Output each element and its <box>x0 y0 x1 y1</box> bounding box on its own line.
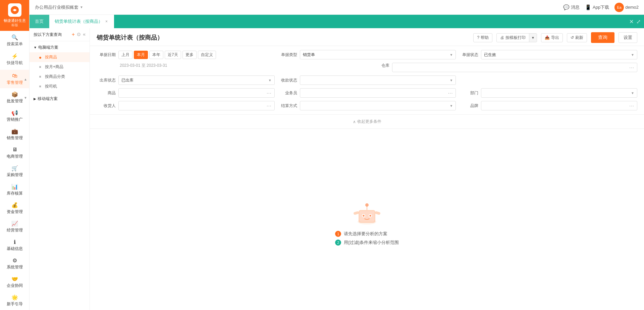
warehouse-select[interactable]: ··· <box>392 63 637 72</box>
doc-type-ctrl: 销货单 ▼ <box>300 50 456 59</box>
svg-point-10 <box>365 203 369 207</box>
sidebar-item-marketing[interactable]: 📢 营销推广 <box>0 107 29 125</box>
recipient-select[interactable]: ··· <box>118 101 275 110</box>
date-this-year[interactable]: 本年 <box>149 51 163 59</box>
export-button[interactable]: 📤 导出 <box>541 33 563 42</box>
help-button[interactable]: ? 帮助 <box>473 33 492 42</box>
salesperson-select[interactable]: ··· <box>300 88 456 98</box>
goods-select[interactable]: ··· <box>118 88 275 98</box>
date-more[interactable]: 更多 <box>182 51 197 59</box>
scheme-item-by-goods[interactable]: ● 按商品 <box>30 52 90 62</box>
filter-row-3: 商品 ··· 业务员 ··· <box>97 88 637 98</box>
department-ctrl: ▼ <box>481 88 637 98</box>
svg-point-7 <box>363 215 365 217</box>
date-this-month[interactable]: 本月 <box>134 51 148 59</box>
cashier-icon: ≡ <box>38 84 43 89</box>
print-arrow[interactable]: ▼ <box>529 34 537 42</box>
payment-method-select[interactable]: ▼ <box>300 101 456 110</box>
scheme-group-desktop-title[interactable]: ▼ 电脑端方案 <box>30 43 90 52</box>
collapse-button[interactable]: ∧ 收起更多条件 <box>349 117 385 126</box>
doc-status-select[interactable]: 已生效 ▼ <box>481 50 637 59</box>
maximize-icon[interactable]: ⤢ <box>636 18 641 25</box>
filter-salesperson: 业务员 ··· <box>278 88 456 98</box>
tab-home[interactable]: 首页 <box>30 15 49 28</box>
sidebar-item-inventory[interactable]: 📊 库存核算 <box>0 180 29 199</box>
app-download-button[interactable]: 📱 App下载 <box>585 4 609 10</box>
close-icon[interactable]: ✕ <box>629 18 634 25</box>
salesperson-ctrl: ··· <box>300 88 456 98</box>
sidebar-item-ecommerce[interactable]: 🖥 电商管理 <box>0 144 29 162</box>
settings-button[interactable]: 设置 <box>619 32 637 43</box>
refresh-button[interactable]: ↺ 刷新 <box>567 33 587 42</box>
sidebar-item-sales[interactable]: 💼 销售管理 <box>0 125 29 144</box>
doc-type-label: 单据类型 <box>278 52 300 58</box>
filter-recipient: 收货人 ··· <box>97 101 275 110</box>
scheme-item-by-month-goods[interactable]: ≡ 按月+商品 <box>30 62 90 72</box>
collapse-panel-icon[interactable]: « <box>83 32 86 38</box>
help-icon: ? <box>477 35 479 40</box>
recipient-dots: ··· <box>267 103 272 108</box>
out-status-label: 出库状态 <box>97 78 118 83</box>
svg-point-8 <box>370 215 371 217</box>
industry-selector[interactable]: 办公用品行业模拟账套 ▼ <box>35 4 83 10</box>
date-last-7[interactable]: 近7天 <box>165 51 181 59</box>
page-title-bar: 销货单统计表（按商品） ? 帮助 🖨 按模板打印 ▼ 📤 <box>90 28 644 46</box>
messages-button[interactable]: 💬 消息 <box>563 4 580 10</box>
svg-rect-12 <box>375 211 381 215</box>
payment-status-chevron: ▼ <box>449 79 453 82</box>
app-logo[interactable]: 畅捷通好生意 标版 <box>0 0 29 31</box>
quick-nav[interactable]: ⚡ 快捷导航 <box>0 50 29 68</box>
user-menu[interactable]: Ea demo2 <box>614 3 639 12</box>
collapse-up-icon: ∧ <box>353 119 356 124</box>
sidebar-item-finance[interactable]: 💰 资金管理 <box>0 199 29 217</box>
search-menu[interactable]: 🔍 搜索菜单 <box>0 31 29 50</box>
avatar: Ea <box>614 3 624 12</box>
date-group: 上月 本月 本年 近7天 更多 自定义 <box>118 51 216 59</box>
doc-type-select[interactable]: 销货单 ▼ <box>300 50 456 59</box>
brand-select[interactable]: ··· <box>481 101 637 110</box>
sidebar-item-newbie[interactable]: 🌟 新手引导 <box>0 291 29 310</box>
filter-warehouse-empty <box>459 75 637 85</box>
filter-date: 单据日期 上月 本月 本年 近7天 更多 自定义 <box>97 50 275 59</box>
add-scheme-icon[interactable]: + <box>72 32 75 38</box>
brand-dots: ··· <box>629 103 634 108</box>
out-status-select[interactable]: 已出库 ▼ <box>118 75 275 85</box>
empty-illustration <box>350 193 384 227</box>
month-goods-icon: ≡ <box>38 64 43 70</box>
goods-dots: ··· <box>267 90 272 96</box>
scheme-item-by-category[interactable]: ≡ 按商品分类 <box>30 72 90 82</box>
sidebar-item-purchase[interactable]: 🛒 采购管理 <box>0 162 29 180</box>
date-range-row: 2023-03-01 至 2023-03-31 仓库 ··· <box>97 63 637 72</box>
filter-row-2: 出库状态 已出库 ▼ 收款状态 ▼ <box>97 75 637 85</box>
app-subtitle: 标版 <box>11 23 18 28</box>
tab-close-button[interactable]: × <box>105 19 108 24</box>
scheme-group-mobile-title[interactable]: ▶ 移动端方案 <box>30 94 90 104</box>
tab-active[interactable]: 销货单统计表（按商品） × <box>49 15 114 28</box>
query-button[interactable]: 查询 <box>591 32 614 43</box>
settings-scheme-icon[interactable]: ⊙ <box>77 32 81 38</box>
logo-icon <box>8 3 21 17</box>
date-last-month[interactable]: 上月 <box>118 51 132 59</box>
sidebar-item-system[interactable]: ⚙ 系统管理 <box>0 254 29 273</box>
warehouse-label: 仓库 <box>370 63 392 68</box>
doc-status-chevron: ▼ <box>631 53 634 57</box>
sidebar-item-retail[interactable]: 🛍 零售管理 ▲ <box>0 70 29 88</box>
content-area: 按以下方案查询 + ⊙ « ▼ 电脑端方案 ● 按商品 ≡ 按月+ <box>30 28 644 310</box>
scheme-item-by-cashier[interactable]: ≡ 按司机 <box>30 82 90 91</box>
department-select[interactable]: ▼ <box>481 88 637 98</box>
print-button[interactable]: 🖨 按模板打印 <box>497 34 529 42</box>
sidebar-item-operations[interactable]: 📈 经营管理 <box>0 217 29 236</box>
date-ctrl: 上月 本月 本年 近7天 更多 自定义 <box>118 51 275 59</box>
active-scheme-icon: ● <box>38 55 43 60</box>
payment-method-ctrl: ▼ <box>300 101 456 110</box>
panel-header: 按以下方案查询 + ⊙ « <box>30 28 90 41</box>
salesperson-dots: ··· <box>448 90 453 96</box>
payment-method-label: 结算方式 <box>278 103 300 109</box>
warehouse-dots: ··· <box>629 65 634 70</box>
sidebar-item-enterprise[interactable]: 🤝 企业协同 <box>0 273 29 291</box>
sidebar-item-wholesale[interactable]: 📦 批发管理 ▼ <box>0 88 29 107</box>
filter-goods: 商品 ··· <box>97 88 275 98</box>
sidebar-item-basic[interactable]: ℹ 基础信息 <box>0 236 29 254</box>
payment-status-select[interactable]: ▼ <box>300 75 456 85</box>
date-custom[interactable]: 自定义 <box>198 51 216 59</box>
